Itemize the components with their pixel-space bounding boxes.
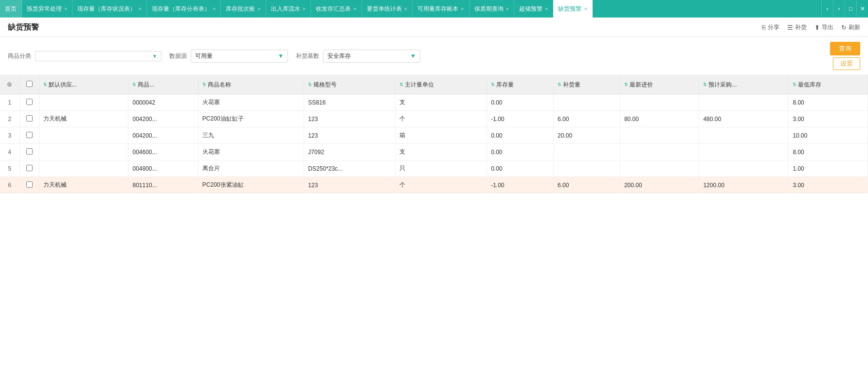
th-unit[interactable]: ⇅ 主计量单位 — [395, 75, 487, 94]
row-spec: J7092 — [304, 144, 396, 160]
tab-inout-flow[interactable]: 出入库流水 × — [266, 0, 311, 18]
sort-icon-code: ⇅ — [132, 82, 136, 87]
datasource-filter-group: 数据源 可用量 ▼ — [169, 50, 288, 63]
replenish-basis-select[interactable]: 安全库存 ▼ — [323, 50, 420, 63]
replenish-action[interactable]: ☰ 补货 — [787, 23, 807, 32]
select-all-checkbox[interactable] — [26, 81, 33, 87]
row-min-stock: 8.00 — [789, 94, 868, 111]
close-tab-shortage[interactable]: × — [584, 6, 587, 12]
row-min-stock: 3.00 — [789, 177, 868, 194]
row-checkbox-cell[interactable] — [19, 94, 39, 111]
row-latest-price — [620, 94, 699, 111]
row-checkbox[interactable] — [26, 165, 33, 171]
row-checkbox[interactable] — [26, 181, 33, 188]
replenish-basis-arrow-icon: ▼ — [410, 53, 416, 59]
tab-expiry-query[interactable]: 保质期查询 × — [470, 0, 514, 18]
tab-shortage[interactable]: 缺货预警 × — [553, 0, 592, 18]
th-default-supplier[interactable]: ⇅ 默认供应... — [39, 75, 128, 94]
refresh-icon: ↻ — [841, 24, 847, 31]
table-container: ⚙ ⇅ 默认供应... ⇅ 商品... — [0, 75, 868, 194]
close-tab-inventory-status[interactable]: × — [138, 6, 141, 12]
row-replenish-qty: 6.00 — [554, 177, 620, 194]
tab-avail-ledger[interactable]: 可用量库存账本 × — [413, 0, 469, 18]
row-spec: 123 — [304, 177, 396, 194]
tab-order-stats[interactable]: 要货单统计表 × — [362, 0, 413, 18]
close-tab-pkg-anomaly[interactable]: × — [64, 6, 67, 12]
export-icon: ⬆ — [814, 24, 820, 31]
row-checkbox[interactable] — [26, 148, 33, 155]
row-checkbox-cell[interactable] — [19, 111, 39, 127]
row-no: 4 — [0, 144, 19, 160]
gear-icon[interactable]: ⚙ — [4, 79, 15, 90]
row-checkbox-cell[interactable] — [19, 177, 39, 194]
tab-home[interactable]: 首页 — [0, 0, 22, 18]
row-estimated-purchase — [699, 144, 789, 160]
row-stock: 0.00 — [487, 127, 554, 144]
th-product-name[interactable]: ⇅ 商品名称 — [198, 75, 304, 94]
table-row: 4 004600... 火花塞 J7092 支 0.00 8.00 — [0, 144, 868, 160]
table-row: 2 力天机械 004200... PC200油缸缸子 123 个 -1.00 6… — [0, 111, 868, 127]
row-product-name: 火花塞 — [198, 144, 304, 160]
row-checkbox-cell[interactable] — [19, 160, 39, 177]
th-min-stock[interactable]: ⇅ 最低库存 — [789, 75, 868, 94]
replenish-basis-label: 补货基数 — [296, 52, 319, 60]
row-spec: SS816 — [304, 94, 396, 111]
row-stock: -1.00 — [487, 177, 554, 194]
th-estimated-purchase[interactable]: ⇅ 预计采购... — [699, 75, 789, 94]
table-row: 5 004800... 离合片 DS250*23c... 只 0.00 1.00 — [0, 160, 868, 177]
close-tab-order-stats[interactable]: × — [404, 6, 407, 12]
category-filter-group: 商品分类 ▼ — [8, 51, 162, 61]
datasource-select[interactable]: 可用量 ▼ — [191, 50, 288, 63]
row-spec: DS250*23c... — [304, 160, 396, 177]
th-latest-price[interactable]: ⇅ 最新进价 — [620, 75, 699, 94]
row-product-name: 火花塞 — [198, 94, 304, 111]
close-tab-expiry-query[interactable]: × — [506, 6, 509, 12]
close-tab-receive-summary[interactable]: × — [353, 6, 356, 12]
row-unit: 个 — [395, 111, 487, 127]
sort-icon-price: ⇅ — [624, 82, 628, 87]
row-latest-price — [620, 144, 699, 160]
query-button[interactable]: 查询 — [830, 42, 860, 55]
row-min-stock: 3.00 — [789, 111, 868, 127]
row-checkbox[interactable] — [26, 115, 33, 122]
row-supplier — [39, 144, 128, 160]
sort-icon-spec: ⇅ — [308, 82, 312, 87]
row-checkbox-cell[interactable] — [19, 127, 39, 144]
settings-button[interactable]: 设置 — [833, 57, 860, 70]
tab-window-restore[interactable]: □ — [845, 0, 856, 18]
th-product-code[interactable]: ⇅ 商品... — [128, 75, 198, 94]
tab-pkg-anomaly[interactable]: 拣货异常处理 × — [22, 0, 72, 18]
th-gear[interactable]: ⚙ — [0, 75, 19, 94]
table-row: 6 力天机械 801110... PC200张紧油缸 123 个 -1.00 6… — [0, 177, 868, 194]
tab-window-close[interactable]: ✕ — [856, 0, 868, 18]
th-replenish-qty[interactable]: ⇅ 补货量 — [554, 75, 620, 94]
tab-scroll-right[interactable]: › — [833, 0, 845, 18]
tab-overstock[interactable]: 超储预警 × — [514, 0, 553, 18]
close-tab-batch-account[interactable]: × — [257, 6, 260, 12]
row-checkbox[interactable] — [26, 132, 33, 138]
share-action[interactable]: ⎘ 分享 — [762, 23, 779, 32]
tab-receive-summary[interactable]: 收发存汇总表 × — [311, 0, 362, 18]
row-estimated-purchase — [699, 127, 789, 144]
sort-icon-replenish: ⇅ — [558, 82, 561, 87]
close-tab-inout-flow[interactable]: × — [303, 6, 306, 12]
row-checkbox-cell[interactable] — [19, 144, 39, 160]
row-product-code: 0000042 — [128, 94, 198, 111]
close-tab-avail-ledger[interactable]: × — [461, 6, 464, 12]
row-no: 1 — [0, 94, 19, 111]
tab-scroll-left[interactable]: ‹ — [821, 0, 833, 18]
tab-batch-account[interactable]: 库存批次账 × — [221, 0, 266, 18]
row-checkbox[interactable] — [26, 99, 33, 105]
tab-inventory-status[interactable]: 现存量（库存状况表） × — [72, 0, 146, 18]
row-no: 3 — [0, 127, 19, 144]
close-tab-inventory-dist[interactable]: × — [213, 6, 216, 12]
row-min-stock: 8.00 — [789, 144, 868, 160]
close-tab-overstock[interactable]: × — [545, 6, 548, 12]
refresh-action[interactable]: ↻ 刷新 — [841, 23, 860, 32]
category-select[interactable]: ▼ — [35, 51, 162, 61]
export-action[interactable]: ⬆ 导出 — [814, 23, 833, 32]
tab-inventory-dist[interactable]: 现存量（库存分布表） × — [147, 0, 221, 18]
table-row: 1 0000042 火花塞 SS816 支 0.00 8.00 — [0, 94, 868, 111]
th-stock[interactable]: ⇅ 库存量 — [487, 75, 554, 94]
th-spec[interactable]: ⇅ 规格型号 — [304, 75, 396, 94]
